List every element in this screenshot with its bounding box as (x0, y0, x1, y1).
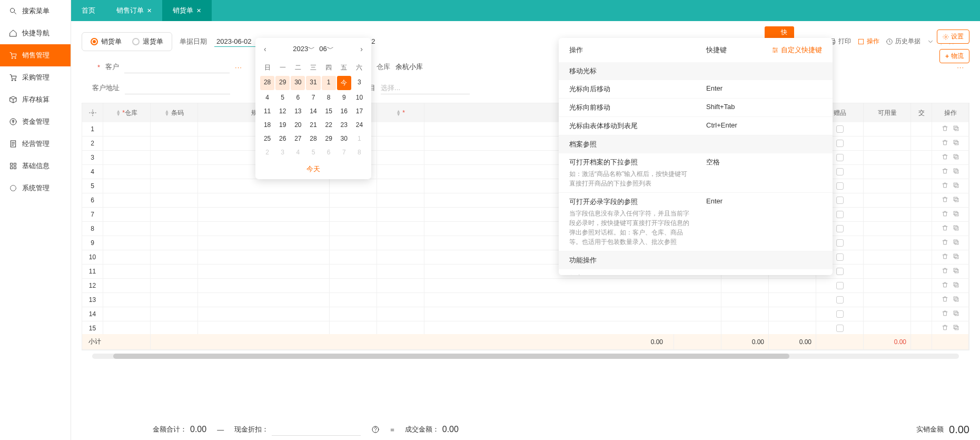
table-row[interactable]: 9 (82, 236, 969, 250)
tab-0[interactable]: 首页 (71, 0, 106, 21)
cal-day[interactable]: 5 (275, 91, 290, 104)
col-barcode[interactable]: ▲▼条码 (151, 103, 198, 122)
cal-prev[interactable]: ‹ (264, 45, 266, 53)
copy-icon[interactable] (953, 125, 959, 133)
sidebar-item-8[interactable]: 系统管理 (0, 177, 71, 199)
cal-day[interactable]: 30 (337, 132, 351, 145)
copy-icon[interactable] (953, 139, 959, 148)
table-row[interactable]: 6 (82, 193, 969, 208)
table-row[interactable]: 8 (82, 222, 969, 236)
delete-icon[interactable] (942, 267, 948, 276)
cal-day[interactable]: 20 (291, 119, 305, 131)
gift-checkbox[interactable] (836, 225, 844, 232)
sidebar-item-0[interactable]: 搜索菜单 (0, 0, 71, 22)
discount-input[interactable] (272, 423, 361, 436)
delete-icon[interactable] (942, 296, 948, 304)
cal-day[interactable]: 12 (275, 105, 290, 118)
cal-day[interactable]: 7 (337, 146, 351, 159)
cal-day[interactable]: 23 (337, 119, 351, 131)
addr-input[interactable] (125, 82, 230, 94)
cal-day[interactable]: 2 (260, 146, 274, 159)
table-row[interactable]: 3 (82, 151, 969, 165)
cal-day[interactable]: 18 (260, 119, 274, 131)
copy-icon[interactable] (953, 296, 959, 304)
warehouse-value[interactable]: 余杭小库 (395, 62, 423, 72)
delete-icon[interactable] (942, 281, 948, 290)
copy-icon[interactable] (953, 153, 959, 162)
copy-icon[interactable] (953, 281, 959, 290)
sidebar-item-1[interactable]: 快捷导航 (0, 22, 71, 44)
cal-day[interactable]: 4 (260, 91, 274, 104)
cal-day[interactable]: 9 (337, 91, 351, 104)
cal-day[interactable]: 3 (275, 146, 290, 159)
table-row[interactable]: 10 (82, 250, 969, 265)
copy-icon[interactable] (953, 267, 959, 276)
cal-day[interactable]: 22 (322, 119, 336, 131)
cal-day[interactable]: 16 (337, 105, 351, 118)
delete-icon[interactable] (942, 310, 948, 318)
cal-day[interactable]: 6 (322, 146, 336, 159)
copy-icon[interactable] (953, 310, 959, 318)
copy-icon[interactable] (953, 210, 959, 219)
copy-icon[interactable] (953, 196, 959, 204)
cal-day[interactable]: 26 (275, 132, 290, 145)
copy-icon[interactable] (953, 224, 959, 233)
gift-checkbox[interactable] (836, 253, 844, 261)
cal-day[interactable]: 11 (260, 105, 274, 118)
cal-month[interactable]: 06﹀ (319, 44, 333, 54)
logistics-button[interactable]: + 物流 (939, 49, 969, 63)
horizontal-scrollbar[interactable] (92, 354, 959, 359)
gift-checkbox[interactable] (836, 182, 844, 190)
col-deliver[interactable]: 交 (911, 103, 932, 122)
tab-2[interactable]: 销货单✕ (162, 0, 212, 21)
delete-icon[interactable] (942, 182, 948, 190)
sidebar-item-6[interactable]: 经营管理 (0, 133, 71, 155)
close-icon[interactable]: ✕ (196, 7, 201, 14)
cal-day[interactable]: 5 (306, 146, 320, 159)
cal-day[interactable]: 25 (260, 132, 274, 145)
cal-day[interactable]: 29 (322, 132, 336, 145)
delete-icon[interactable] (942, 153, 948, 162)
operate-link[interactable]: 操作 (857, 37, 879, 46)
cal-day[interactable]: 15 (322, 105, 336, 118)
table-row[interactable]: 1 (82, 122, 969, 136)
table-row[interactable]: 13 (82, 293, 969, 307)
cal-day[interactable]: 8 (352, 146, 367, 159)
sidebar-item-3[interactable]: 采购管理 (0, 66, 71, 89)
cal-day[interactable]: 24 (352, 119, 367, 131)
col-avail[interactable]: 可用量 (864, 103, 911, 122)
copy-icon[interactable] (953, 182, 959, 190)
table-row[interactable]: 2 (82, 136, 969, 151)
gift-checkbox[interactable] (836, 125, 844, 133)
customer-input[interactable] (124, 61, 230, 73)
delete-icon[interactable] (942, 239, 948, 247)
col-mid1[interactable]: ▲▼* (377, 103, 424, 122)
gift-checkbox[interactable] (836, 239, 844, 247)
cal-day[interactable]: 3 (352, 76, 367, 90)
sidebar-item-7[interactable]: 基础信息 (0, 155, 71, 177)
cal-day[interactable]: 1 (352, 132, 367, 145)
copy-icon[interactable] (953, 168, 959, 176)
delete-icon[interactable] (942, 168, 948, 176)
table-row[interactable]: 12 (82, 279, 969, 293)
gift-checkbox[interactable] (836, 310, 844, 318)
copy-icon[interactable] (953, 253, 959, 261)
customer-more-icon[interactable]: ··· (235, 63, 242, 71)
cal-day[interactable]: 4 (291, 146, 305, 159)
radio-sales[interactable]: 销货单 (91, 37, 122, 46)
gift-checkbox[interactable] (836, 154, 844, 161)
custom-shortcut-link[interactable]: 自定义快捷键 (771, 45, 822, 55)
cal-day[interactable]: 今 (337, 76, 351, 90)
gift-checkbox[interactable] (836, 268, 844, 275)
delete-icon[interactable] (942, 210, 948, 219)
copy-icon[interactable] (953, 324, 959, 333)
cal-day[interactable]: 28 (260, 76, 274, 90)
close-icon[interactable]: ✕ (147, 7, 152, 14)
col-gear[interactable] (82, 103, 103, 122)
settings-button[interactable]: 设置 (937, 30, 969, 44)
date-input[interactable]: 2023-06-02 (214, 36, 262, 47)
table-row[interactable]: 7 (82, 208, 969, 222)
tab-1[interactable]: 销售订单✕ (106, 0, 162, 21)
cal-day[interactable]: 17 (352, 105, 367, 118)
cal-day[interactable]: 21 (306, 119, 320, 131)
